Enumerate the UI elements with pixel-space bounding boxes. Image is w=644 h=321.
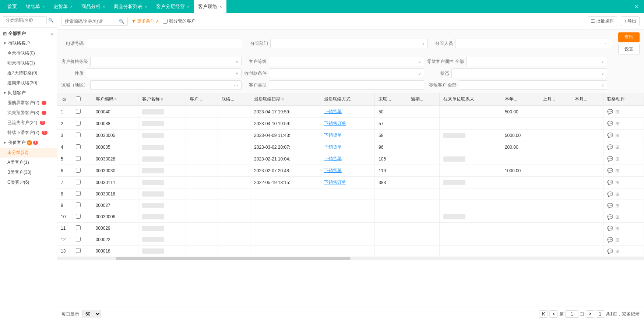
grid-action-icon[interactable]: ⊞ [615, 226, 619, 231]
row-checkbox[interactable] [76, 237, 81, 241]
sidebar-item-today[interactable]: 今天待联络(0) [0, 48, 57, 58]
chat-icon[interactable]: 💬 [607, 248, 613, 254]
tab-goods-analysis-list[interactable]: 商品分析列表 × [109, 0, 151, 13]
td-checkbox[interactable] [72, 165, 92, 177]
tab-customer-contact-close[interactable]: × [219, 4, 222, 9]
sidebar-item-class-a[interactable]: A类客户(1) [0, 158, 57, 167]
grid-action-icon[interactable]: ⊞ [615, 203, 619, 208]
customer-level-select[interactable]: ∨ [269, 57, 425, 66]
td-checkbox[interactable] [72, 223, 92, 234]
tab-customer-contact[interactable]: 客户联络 × [194, 0, 226, 13]
sidebar-search-icon[interactable]: 🔍 [48, 18, 54, 23]
row-checkbox[interactable] [76, 180, 81, 184]
grid-action-icon[interactable]: ⊞ [615, 109, 619, 114]
chat-icon[interactable]: 💬 [607, 109, 613, 114]
sidebar-search-input[interactable] [3, 16, 47, 24]
grid-action-icon[interactable]: ⊞ [615, 248, 619, 254]
td-last-method[interactable]: 下销货单 [320, 165, 374, 177]
search-field[interactable]: 🔍 [61, 17, 128, 26]
chat-icon[interactable]: 💬 [607, 203, 613, 208]
status-select[interactable]: ∨ [451, 68, 607, 78]
chat-icon[interactable]: 💬 [607, 226, 613, 231]
td-last-method[interactable]: 下销售订单 [320, 177, 374, 188]
query-button[interactable]: 查询 [618, 32, 640, 42]
grid-action-icon[interactable]: ⊞ [615, 237, 619, 243]
tab-sales-close[interactable]: × [42, 4, 45, 9]
sidebar-item-unclassified[interactable]: 未分组(32) [0, 148, 57, 158]
all-customers-header[interactable]: ⊞ 全部客户 « [0, 28, 57, 38]
sidebar-item-class-b[interactable]: B类客户(33) [0, 167, 57, 177]
td-checkbox[interactable] [72, 141, 92, 153]
chat-icon[interactable]: 💬 [607, 180, 613, 185]
chat-icon[interactable]: 💬 [607, 214, 613, 220]
sparse-attr-select[interactable]: ∨ [466, 57, 607, 66]
sidebar-item-churned[interactable]: 已流失客户(24) ? [0, 118, 57, 128]
sidebar-item-churn-warning[interactable]: 流失预警客户(3) ! [0, 108, 57, 118]
row-checkbox[interactable] [76, 156, 81, 161]
grid-action-icon[interactable]: ⊞ [615, 168, 619, 173]
td-checkbox[interactable] [72, 188, 92, 200]
last-page-btn[interactable]: 1 [596, 310, 604, 318]
page-number-input[interactable] [565, 310, 578, 318]
tab-customer-tier[interactable]: 客户分层经营 × [152, 0, 194, 13]
td-last-method[interactable]: 下销货单 [320, 153, 374, 165]
pending-contact-group[interactable]: ▼ 待联络客户 [0, 38, 57, 48]
tab-sales[interactable]: 销售单 × [21, 0, 49, 13]
tab-purchase-close[interactable]: × [70, 4, 72, 9]
td-checkbox[interactable] [72, 177, 92, 188]
row-checkbox[interactable] [76, 109, 81, 114]
grid-action-icon[interactable]: ⊞ [615, 156, 619, 162]
value-customer-group[interactable]: ▼ 价值客户 ↺ ! [0, 138, 57, 148]
chat-icon[interactable]: 💬 [607, 156, 613, 162]
td-last-method[interactable]: 下销货单 [320, 130, 374, 141]
row-checkbox[interactable] [76, 144, 81, 149]
td-checkbox[interactable] [72, 234, 92, 246]
sort-code[interactable]: 客户编码 [96, 96, 117, 102]
row-checkbox[interactable] [76, 133, 81, 137]
select-all-checkbox[interactable] [76, 96, 81, 101]
td-last-method[interactable]: 下销货单 [320, 141, 374, 153]
td-checkbox[interactable] [72, 106, 92, 118]
sort-name[interactable]: 客户名称 [142, 96, 163, 102]
chat-icon[interactable]: 💬 [607, 237, 613, 243]
first-page-btn[interactable]: K [539, 310, 548, 318]
price-level-select[interactable]: ∨ [90, 57, 242, 66]
sidebar-item-abnormal[interactable]: 囤购异常客户(2) ! [0, 98, 57, 108]
chat-icon[interactable]: 💬 [607, 121, 613, 126]
sparse-customer-select[interactable]: ∨ [459, 80, 607, 90]
grid-action-icon[interactable]: ⊞ [615, 180, 619, 185]
sidebar-item-7days[interactable]: 近7天待联络(0) [0, 68, 57, 78]
tab-goods-analysis-list-close[interactable]: × [145, 4, 147, 9]
td-last-method[interactable]: 下销货单 [320, 106, 374, 118]
row-checkbox[interactable] [76, 214, 81, 219]
td-checkbox[interactable] [72, 153, 92, 165]
sidebar-item-class-c[interactable]: C类客户(6) [0, 177, 57, 187]
chat-icon[interactable]: 💬 [607, 191, 613, 197]
value-refresh-badge[interactable]: ↺ [27, 140, 32, 145]
sidebar-item-overdue[interactable]: 逾期未联络(30) [0, 78, 57, 88]
chat-icon[interactable]: 💬 [607, 133, 613, 138]
row-checkbox[interactable] [76, 202, 81, 207]
export-btn[interactable]: ↑ 导出 [621, 16, 640, 26]
column-settings-icon[interactable]: ⚙ [62, 96, 67, 102]
search-input[interactable] [65, 19, 117, 24]
sidebar-item-declining[interactable]: 持续下滑客户(2) ? [0, 128, 57, 138]
dept-select[interactable]: ∨ [270, 39, 427, 48]
scrollbar-thumb[interactable] [116, 257, 351, 260]
chat-icon[interactable]: 💬 [607, 168, 613, 173]
grid-action-icon[interactable]: ⊞ [615, 121, 619, 126]
batch-op-btn[interactable]: ☰ 批量操作 [588, 16, 617, 26]
grid-action-icon[interactable]: ⊞ [615, 191, 619, 197]
phone-input[interactable] [86, 39, 243, 48]
payment-select[interactable]: ∨ [269, 68, 425, 78]
more-conditions-btn[interactable]: ▼ 更多条件 ∧ [131, 18, 159, 24]
grid-action-icon[interactable]: ⊞ [615, 144, 619, 150]
region-select[interactable]: ··· [90, 80, 242, 90]
row-checkbox[interactable] [76, 168, 81, 173]
tab-home[interactable]: 首页 [3, 0, 21, 13]
sort-last-date[interactable]: 最后联络日期 [254, 96, 284, 102]
sidebar-item-tomorrow[interactable]: 明天待联络(1) [0, 58, 57, 68]
my-customers-check[interactable]: 我分管的客户 [163, 18, 196, 24]
td-checkbox[interactable] [72, 211, 92, 223]
row-checkbox[interactable] [76, 191, 81, 196]
